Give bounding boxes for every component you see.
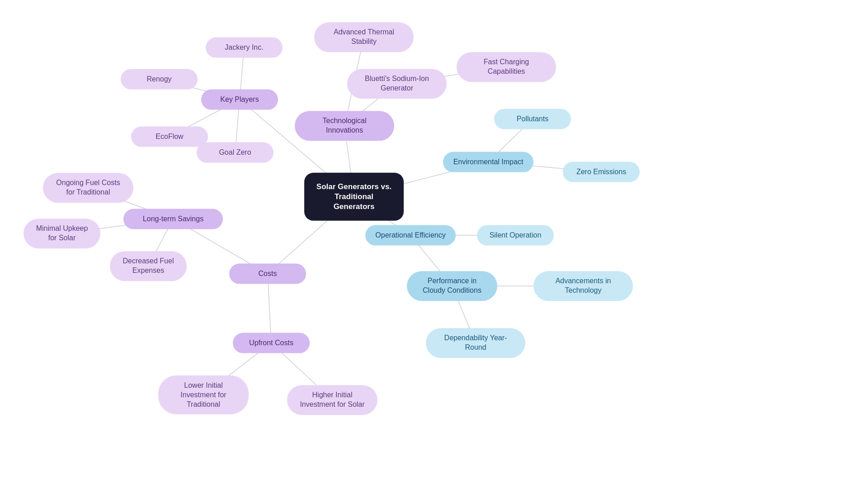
node-perfCloudy: Performance in Cloudy Conditions xyxy=(407,271,497,301)
node-upfrontCosts: Upfront Costs xyxy=(233,333,310,353)
node-higherInitial: Higher Initial Investment for Solar xyxy=(287,385,377,415)
mind-map-canvas: Solar Generators vs. Traditional Generat… xyxy=(0,0,868,490)
node-opEfficiency: Operational Efficiency xyxy=(365,225,456,246)
node-jackery: Jackery Inc. xyxy=(206,38,283,58)
node-goalZero: Goal Zero xyxy=(197,143,274,163)
node-decreasedFuel: Decreased Fuel Expenses xyxy=(110,251,187,281)
node-ecoflow: EcoFlow xyxy=(131,127,208,147)
node-advancedThermal: Advanced Thermal Stability xyxy=(314,22,414,52)
node-bluettiSodium: Bluetti's Sodium-Ion Generator xyxy=(347,69,447,99)
node-envImpact: Environmental Impact xyxy=(443,152,533,172)
node-zeroEmissions: Zero Emissions xyxy=(563,162,640,182)
node-keyPlayers: Key Players xyxy=(201,90,278,110)
node-longTermSavings: Long-term Savings xyxy=(123,209,223,229)
node-techInnovations: Technological Innovations xyxy=(295,111,394,141)
node-center: Solar Generators vs. Traditional Generat… xyxy=(304,173,404,221)
node-pollutants: Pollutants xyxy=(494,109,571,129)
node-renogy: Renogy xyxy=(121,69,198,90)
node-dependability: Dependability Year-Round xyxy=(426,328,525,358)
node-advancementsInTech: Advancements in Technology xyxy=(533,271,633,301)
node-costs: Costs xyxy=(229,264,306,284)
node-ongoingFuel: Ongoing Fuel Costs for Traditional xyxy=(43,173,133,203)
node-fastCharging: Fast Charging Capabilities xyxy=(457,52,556,82)
node-silentOp: Silent Operation xyxy=(477,225,554,246)
node-minimalUpkeep: Minimal Upkeep for Solar xyxy=(24,219,100,248)
node-lowerInitial: Lower Initial Investment for Traditional xyxy=(158,376,249,414)
